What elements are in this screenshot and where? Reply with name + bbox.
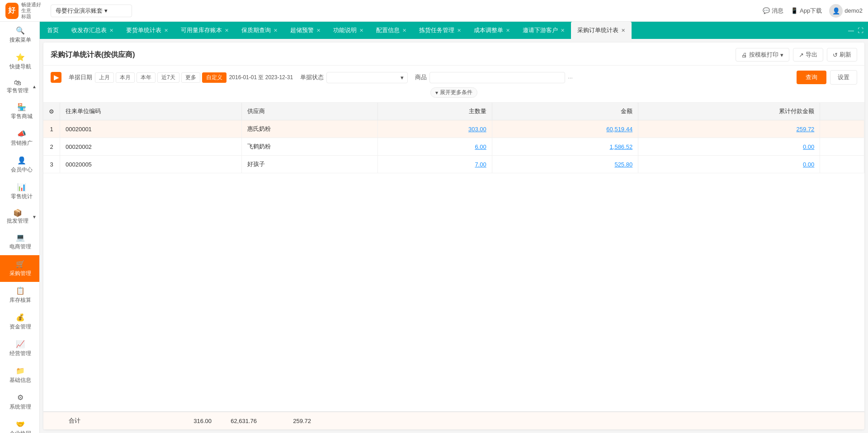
chevron-down-icon: ▾ [780, 52, 783, 58]
tab-close-icon[interactable]: ✕ [506, 28, 510, 33]
sidebar-item-basic[interactable]: 📁 基础信息 [0, 362, 39, 389]
logo-text: 畅捷通好生意 标题 [21, 2, 45, 20]
tab-shoufaahui[interactable]: 收发存汇总表 ✕ [65, 22, 120, 39]
cell-paid[interactable]: 0.00 [638, 156, 820, 173]
status-select[interactable]: ▾ [326, 72, 408, 83]
settings-button[interactable]: 设置 [830, 70, 857, 85]
marketing-icon: 📣 [17, 129, 26, 138]
tab-close-icon[interactable]: ✕ [457, 28, 461, 33]
sidebar-item-quicknav[interactable]: ⭐ 快捷导航 [0, 48, 39, 75]
refresh-button[interactable]: ↺ 刷新 [827, 48, 857, 62]
cell-index: 3 [43, 156, 60, 173]
cell-amount[interactable]: 1,586.52 [492, 138, 638, 156]
cell-qty[interactable]: 6.00 [377, 138, 492, 156]
sidebar-item-retail-stat[interactable]: 📊 零售统计 [0, 178, 39, 205]
top-bar: 好 畅捷通好生意 标题 母婴行业演示账套 ▾ 💬 消息 📱 App下载 👤 de… [0, 0, 868, 22]
date-chip-more[interactable]: 更多 [181, 72, 200, 83]
system-icon: ⚙ [17, 393, 24, 402]
message-button[interactable]: 💬 消息 [763, 7, 783, 15]
status-filter-label: 单据状态 [300, 73, 324, 81]
tab-home[interactable]: 首页 [41, 22, 65, 39]
cell-paid[interactable]: 0.00 [638, 138, 820, 156]
tab-close-icon[interactable]: ✕ [225, 28, 229, 33]
date-chip-last-month[interactable]: 上月 [95, 72, 114, 83]
cell-qty[interactable]: 303.00 [377, 120, 492, 138]
maximize-icon[interactable]: ⛶ [858, 27, 863, 34]
th-qty: 主数量 [377, 103, 492, 120]
tab-yaoqing[interactable]: 邀请下游客户 ✕ [516, 22, 571, 39]
footer-amount: 62,631.76 [217, 418, 262, 424]
minimize-icon[interactable]: — [848, 27, 854, 34]
data-table: ⚙ 往来单位编码 供应商 主数量 金额 累计付款金额 1 00020001 惠氏… [43, 103, 864, 173]
sidebar-item-operation[interactable]: 📈 经营管理 [0, 335, 39, 362]
workspace-selector[interactable]: 母婴行业演示账套 ▾ [51, 5, 132, 17]
tab-yaohuo[interactable]: 要货单统计表 ✕ [120, 22, 175, 39]
export-button[interactable]: ↗ 导出 [793, 48, 823, 62]
goods-filter-label: 商品 [415, 73, 427, 81]
th-settings: ⚙ [43, 103, 60, 120]
sidebar-item-wholesale[interactable]: 📦 批发管理 ▼ [0, 205, 39, 228]
th-paid: 累计付款金额 [638, 103, 820, 120]
filter-expand-row: ▾ 展开更多条件 [51, 85, 857, 98]
date-chip-this-year[interactable]: 本年 [137, 72, 156, 83]
tab-close-icon[interactable]: ✕ [109, 28, 113, 33]
tab-keyongliang[interactable]: 可用量库存账本 ✕ [175, 22, 235, 39]
cell-supplier: 好孩子 [242, 156, 378, 173]
sidebar-item-shop[interactable]: 🏪 零售商城 [0, 98, 39, 125]
goods-input[interactable] [429, 72, 565, 83]
query-button[interactable]: 查询 [797, 71, 826, 84]
cell-supplier: 飞鹤奶粉 [242, 138, 378, 156]
cell-amount[interactable]: 60,519.44 [492, 120, 638, 138]
footer-label: 合计 [63, 417, 127, 425]
chevron-down-icon: ▾ [401, 74, 404, 81]
table-row: 2 00020002 飞鹤奶粉 6.00 1,586.52 0.00 [43, 138, 864, 156]
cell-amount[interactable]: 525.80 [492, 156, 638, 173]
basic-icon: 📁 [16, 366, 25, 375]
export-icon: ↗ [799, 52, 804, 58]
main-layout: 🔍 搜索菜单 ⭐ 快捷导航 🛍 零售管理 ▲ 🏪 零售商城 📣 营销推广 👤 会… [0, 22, 868, 433]
th-code: 往来单位编码 [60, 103, 242, 120]
date-chip-custom[interactable]: 自定义 [202, 72, 226, 83]
sidebar-item-retail[interactable]: 🛍 零售管理 ▲ [0, 75, 39, 98]
date-chip-7days[interactable]: 近7天 [157, 72, 179, 83]
cell-paid[interactable]: 259.72 [638, 120, 820, 138]
sidebar-item-ecom[interactable]: 💻 电商管理 [0, 228, 39, 255]
tab-close-icon[interactable]: ✕ [359, 28, 363, 33]
date-chip-this-month[interactable]: 本月 [116, 72, 135, 83]
sidebar: 🔍 搜索菜单 ⭐ 快捷导航 🛍 零售管理 ▲ 🏪 零售商城 📣 营销推广 👤 会… [0, 22, 40, 433]
sidebar-item-system[interactable]: ⚙ 系统管理 [0, 389, 39, 415]
sidebar-item-marketing[interactable]: 📣 营销推广 [0, 125, 39, 152]
sidebar-item-inventory[interactable]: 📋 库存核算 [0, 282, 39, 309]
retail-icon: 🛍 [14, 79, 21, 87]
tab-pihuo[interactable]: 拣货任务管理 ✕ [413, 22, 467, 39]
tab-close-icon[interactable]: ✕ [316, 28, 321, 33]
sidebar-item-finance[interactable]: 💰 资金管理 [0, 309, 39, 335]
tab-close-icon[interactable]: ✕ [621, 28, 625, 33]
gear-icon[interactable]: ⚙ [49, 108, 54, 115]
tab-chengben[interactable]: 成本调整单 ✕ [467, 22, 516, 39]
sidebar-item-member[interactable]: 👤 会员中心 [0, 152, 39, 178]
print-button[interactable]: 🖨 按模板打印 ▾ [736, 48, 789, 62]
operation-icon: 📈 [16, 340, 25, 348]
sidebar-item-purchase[interactable]: 🛒 采购管理 [0, 255, 39, 282]
tab-caigou[interactable]: 采购订单统计表 ✕ [571, 22, 632, 39]
app-download-button[interactable]: 📱 App下载 [791, 7, 822, 15]
chart-icon: 📊 [17, 183, 26, 191]
tab-chaochuyujing[interactable]: 超储预警 ✕ [284, 22, 327, 39]
tab-baoyuan[interactable]: 保质期查询 ✕ [235, 22, 284, 39]
sidebar-item-search[interactable]: 🔍 搜索菜单 [0, 22, 39, 48]
more-icon[interactable]: ··· [568, 74, 573, 81]
expand-more-button[interactable]: ▾ 展开更多条件 [430, 87, 477, 98]
tab-peizhi[interactable]: 配置信息 ✕ [370, 22, 413, 39]
logo-area: 好 畅捷通好生意 标题 [5, 2, 45, 20]
tab-close-icon[interactable]: ✕ [561, 28, 565, 33]
tab-close-icon[interactable]: ✕ [164, 28, 168, 33]
user-avatar[interactable]: 👤 demo2 [829, 4, 863, 18]
cell-qty[interactable]: 7.00 [377, 156, 492, 173]
tab-close-icon[interactable]: ✕ [274, 28, 278, 33]
tab-close-icon[interactable]: ✕ [402, 28, 406, 33]
cell-empty [820, 120, 864, 138]
sidebar-item-enterprise[interactable]: 🤝 企业协同 [0, 415, 39, 433]
tab-gongneng[interactable]: 功能说明 ✕ [327, 22, 370, 39]
filter-toggle-button[interactable]: ▶ [51, 72, 61, 83]
